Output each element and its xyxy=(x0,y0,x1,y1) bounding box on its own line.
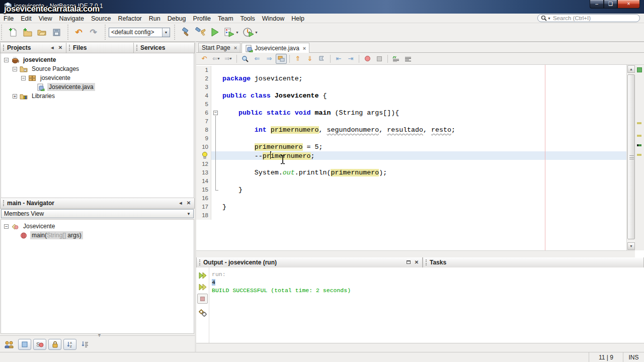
menu-file[interactable]: File xyxy=(0,14,17,24)
debug-project-button[interactable]: ▼ xyxy=(222,26,240,39)
open-project-button[interactable] xyxy=(35,26,48,39)
last-edit-location-button[interactable]: ↶ xyxy=(199,54,210,64)
build-project-button[interactable] xyxy=(179,26,192,39)
editor-horizontal-scrollbar[interactable] xyxy=(196,250,635,258)
tree-expander-icon[interactable]: − xyxy=(21,76,26,80)
uncomment-button[interactable] xyxy=(403,54,414,64)
tree-expander-icon[interactable]: − xyxy=(13,67,17,71)
tree-item[interactable]: −Source Packages xyxy=(1,64,194,73)
navigator-dock-icon[interactable]: ◂ xyxy=(177,200,184,207)
config-select[interactable]: <default config> ▼ xyxy=(109,28,170,37)
rerun-with-options-button[interactable] xyxy=(197,282,208,292)
comment-button[interactable] xyxy=(390,54,401,64)
minimize-button[interactable]: – xyxy=(590,0,604,9)
tree-item[interactable]: −Josevicente xyxy=(1,222,194,231)
tree-item[interactable]: −josevicente xyxy=(1,73,194,82)
menu-debug[interactable]: Debug xyxy=(164,14,190,24)
tree-expander-icon[interactable]: − xyxy=(4,58,9,62)
menu-edit[interactable]: Edit xyxy=(17,14,35,24)
profile-project-button[interactable]: ▼ xyxy=(242,26,260,39)
error-stripe-caret-mark[interactable] xyxy=(637,144,641,146)
error-stripe-mark[interactable] xyxy=(637,154,641,156)
scroll-up-icon[interactable]: ▲ xyxy=(627,65,635,73)
tab-close-icon[interactable]: × xyxy=(303,45,306,51)
save-all-button[interactable] xyxy=(49,26,63,39)
menu-team[interactable]: Team xyxy=(214,14,237,24)
back-button[interactable]: ⇐▼ xyxy=(211,54,222,64)
output-text[interactable]: run:4BUILD SUCCESSFUL (total time: 2 sec… xyxy=(212,270,351,295)
tree-item[interactable]: −josevicente xyxy=(1,55,194,64)
code-editor[interactable]: 12package josevicente;34public class Jos… xyxy=(196,65,626,250)
menu-view[interactable]: View xyxy=(35,14,56,24)
output-content[interactable]: run:4BUILD SUCCESSFUL (total time: 2 sec… xyxy=(196,267,644,343)
forward-button[interactable]: ⇒▼ xyxy=(223,54,234,64)
tree-item[interactable]: Josevicente.java xyxy=(1,82,194,92)
panel-header-projects[interactable]: Projects◂✕ xyxy=(0,43,66,53)
profile-dropdown-icon[interactable]: ▼ xyxy=(255,31,258,34)
find-previous-button[interactable]: ⇐ xyxy=(252,54,263,64)
find-next-button[interactable]: ⇒ xyxy=(264,54,275,64)
close-button[interactable]: × xyxy=(617,0,640,9)
panel-header-files[interactable]: Files xyxy=(66,43,133,53)
menu-window[interactable]: Window xyxy=(259,14,288,24)
editor-tab-start-page[interactable]: Start Page× xyxy=(198,43,240,52)
show-static-members-button[interactable]: S xyxy=(33,339,46,350)
tasks-panel-header[interactable]: Tasks xyxy=(423,257,644,267)
error-stripe-mark[interactable] xyxy=(637,135,641,137)
tree-item[interactable]: +Libraries xyxy=(1,92,194,101)
stop-macro-recording-button[interactable] xyxy=(374,54,385,64)
config-select-arrow-icon[interactable]: ▼ xyxy=(162,28,170,37)
error-stripe-mark[interactable] xyxy=(637,122,641,124)
members-view-select[interactable]: Members View ▼ xyxy=(1,209,194,218)
next-occurrence-button[interactable]: ⇓ xyxy=(304,54,315,64)
maximize-button[interactable]: ❏ xyxy=(604,0,617,9)
tab-close-icon[interactable]: × xyxy=(234,45,237,51)
debug-dropdown-icon[interactable]: ▼ xyxy=(235,31,239,34)
menu-run[interactable]: Run xyxy=(145,14,164,24)
tree-expander-icon[interactable]: − xyxy=(4,224,9,229)
projects-dock-icon[interactable]: ◂ xyxy=(49,45,56,51)
drag-handle[interactable] xyxy=(199,259,201,265)
start-macro-recording-button[interactable] xyxy=(362,54,373,64)
run-project-button[interactable] xyxy=(208,26,221,39)
menu-tools[interactable]: Tools xyxy=(237,14,259,24)
redo-button[interactable]: ↷ xyxy=(87,26,100,39)
toggle-bookmark-button[interactable] xyxy=(316,54,328,64)
menu-profile[interactable]: Profile xyxy=(190,14,214,24)
toggle-highlight-search-button[interactable] xyxy=(276,54,287,64)
search-dropdown-icon[interactable]: ▼ xyxy=(547,17,551,20)
navigator-close-icon[interactable]: ✕ xyxy=(185,200,192,207)
editor-tab-josevicente-java[interactable]: Josevicente.java× xyxy=(242,43,309,53)
output-panel-header[interactable]: Output - josevicente (run) ✕ xyxy=(196,257,423,267)
new-project-button[interactable] xyxy=(20,26,34,39)
projects-close-icon[interactable]: ✕ xyxy=(57,45,64,51)
stop-build-button[interactable] xyxy=(197,294,208,304)
ant-settings-button[interactable] xyxy=(197,308,208,318)
menu-navigate[interactable]: Navigate xyxy=(56,14,88,24)
scroll-down-icon[interactable]: ▼ xyxy=(627,242,635,250)
tree-item[interactable]: main(String[] args) xyxy=(1,231,194,240)
scrollbar-thumb[interactable] xyxy=(627,74,635,239)
new-file-button[interactable] xyxy=(6,26,19,39)
panel-header-services[interactable]: Services xyxy=(133,43,195,53)
search-input[interactable]: ▼ Search (Ctrl+I) xyxy=(537,14,640,22)
shift-left-button[interactable]: ⇤ xyxy=(333,54,344,64)
clean-build-project-button[interactable] xyxy=(193,26,207,39)
show-non-public-members-button[interactable] xyxy=(48,339,61,350)
menu-help[interactable]: Help xyxy=(288,14,308,24)
fold-column[interactable]: − xyxy=(211,109,220,117)
shift-right-button[interactable]: ⇥ xyxy=(345,54,356,64)
tree-expander-icon[interactable]: + xyxy=(13,94,17,99)
show-inherited-members-button[interactable] xyxy=(3,339,15,350)
drag-handle[interactable] xyxy=(3,200,5,206)
editor-vertical-scrollbar[interactable]: ▲ ▼ xyxy=(626,65,635,250)
menu-refactor[interactable]: Refactor xyxy=(115,14,145,24)
rerun-button[interactable] xyxy=(197,270,208,281)
sort-by-source-button[interactable] xyxy=(78,339,91,350)
menu-source[interactable]: Source xyxy=(88,14,115,24)
output-maximize-icon[interactable] xyxy=(405,259,412,266)
sort-alphabetically-button[interactable]: AZ xyxy=(63,339,76,350)
output-close-icon[interactable]: ✕ xyxy=(413,259,420,266)
previous-occurrence-button[interactable]: ⇑ xyxy=(292,54,303,64)
drag-handle[interactable] xyxy=(426,259,427,265)
